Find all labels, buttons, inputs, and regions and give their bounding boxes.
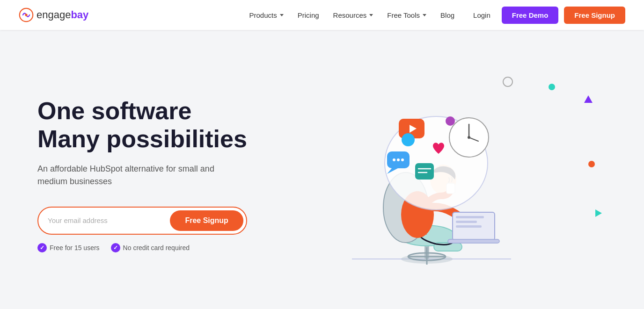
deco-red-dot [588, 161, 595, 167]
hero-section: One software Many possibilities An affor… [0, 30, 644, 309]
hero-svg-illustration [315, 72, 539, 278]
free-signup-nav-button[interactable]: Free Signup [564, 7, 625, 24]
trust-badge-users: Free for 15 users [37, 243, 100, 252]
chevron-down-icon [423, 14, 426, 16]
hero-subtitle: An affordable HubSpot alternative for sm… [37, 163, 234, 188]
svg-point-1 [25, 14, 27, 16]
svg-point-36 [446, 116, 455, 126]
svg-point-35 [402, 133, 415, 146]
nav-products[interactable]: Products [244, 7, 289, 23]
nav-free-tools[interactable]: Free Tools [381, 7, 432, 23]
login-button[interactable]: Login [468, 7, 496, 23]
hero-content: One software Many possibilities An affor… [37, 97, 247, 252]
svg-point-29 [393, 158, 395, 161]
check-icon [111, 243, 120, 252]
nav-resources[interactable]: Resources [328, 7, 379, 23]
free-signup-hero-button[interactable]: Free Signup [170, 210, 243, 231]
logo-bay: bay [71, 9, 88, 21]
free-demo-button[interactable]: Free Demo [502, 7, 559, 24]
deco-teal-triangle [595, 209, 602, 217]
hero-illustration [247, 58, 607, 292]
svg-rect-17 [456, 216, 484, 218]
check-icon [37, 243, 47, 252]
logo-engage: engage [37, 9, 71, 21]
chevron-down-icon [369, 14, 373, 16]
deco-circle [503, 77, 513, 87]
svg-rect-19 [456, 225, 482, 228]
svg-point-30 [397, 158, 400, 161]
deco-teal-dot [549, 84, 555, 90]
trust-badge-no-cc: No credit card required [111, 243, 190, 252]
svg-point-31 [401, 158, 404, 161]
hero-title: One software Many possibilities [37, 97, 247, 153]
svg-rect-16 [448, 239, 499, 243]
chevron-down-icon [280, 14, 284, 16]
trust-badges: Free for 15 users No credit card require… [37, 243, 247, 252]
nav-pricing[interactable]: Pricing [292, 7, 325, 23]
svg-rect-18 [456, 221, 477, 223]
logo[interactable]: engagebay [19, 7, 88, 22]
svg-rect-32 [415, 163, 434, 180]
email-form: Free Signup [37, 207, 247, 235]
email-input[interactable] [48, 216, 170, 224]
deco-purple-triangle [584, 95, 593, 103]
nav-blog[interactable]: Blog [435, 7, 460, 23]
